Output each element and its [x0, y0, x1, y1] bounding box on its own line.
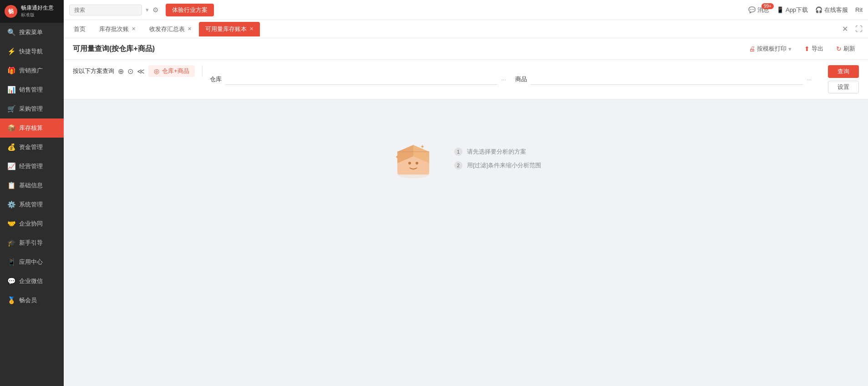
- warehouse-more-btn[interactable]: ···: [501, 76, 506, 83]
- sidebar-item-label: 经营管理: [19, 162, 43, 170]
- empty-tip-1: 1 请先选择要分析的方案: [454, 148, 541, 156]
- basicinfo-icon: 📋: [7, 181, 15, 190]
- service-label: 在线客服: [824, 6, 848, 14]
- user-profile[interactable]: Rit: [855, 6, 863, 13]
- tab-receipt-summary-label: 收发存汇总表: [149, 25, 185, 33]
- sidebar-item-label: 应用中心: [19, 258, 43, 266]
- sidebar-item-appcenter[interactable]: 📱 应用中心: [0, 252, 64, 272]
- export-icon: ⬆: [804, 45, 810, 52]
- sidebar-item-system[interactable]: ⚙️ 系统管理: [0, 195, 64, 214]
- tabs-controls: ✕ ⛶: [840, 23, 864, 35]
- settings-button[interactable]: 设置: [828, 81, 859, 93]
- search-dropdown-icon[interactable]: ▾: [146, 6, 149, 13]
- online-service-btn[interactable]: 🎧 在线客服: [815, 6, 848, 14]
- sidebar-item-label: 畅会员: [19, 296, 37, 304]
- sidebar-item-marketing[interactable]: 🎁 营销推广: [0, 61, 64, 80]
- system-icon: ⚙️: [7, 201, 15, 209]
- print-icon: 🖨: [749, 45, 755, 52]
- expand-tab-btn[interactable]: ⛶: [853, 23, 864, 35]
- tabs-bar: 首页 库存批次账 ✕ 收发存汇总表 ✕ 可用量库存账本 ✕ ✕ ⛶: [64, 20, 868, 38]
- main-area: ▾ ⚙ 体验行业方案 💬 消息 99+ 📱 App下载 🎧 在线客服 Rit: [64, 0, 868, 386]
- tab-receipt-summary-close[interactable]: ✕: [188, 26, 192, 32]
- refresh-label: 刷新: [843, 45, 855, 53]
- sidebar-item-inventory[interactable]: 📦 库存核算: [0, 118, 64, 138]
- filter-section-label: 按以下方案查询: [73, 67, 114, 75]
- sidebar-item-basicinfo[interactable]: 📋 基础信息: [0, 176, 64, 195]
- warehouse-label: 仓库: [210, 75, 222, 83]
- query-button[interactable]: 查询: [828, 65, 859, 78]
- finance-icon: 💰: [7, 143, 15, 151]
- tab-batch-ledger[interactable]: 库存批次账 ✕: [93, 22, 142, 36]
- export-label: 导出: [812, 45, 823, 53]
- scheme-settings-btn[interactable]: ⊙: [127, 67, 133, 76]
- tab-home[interactable]: 首页: [67, 22, 92, 36]
- sidebar-item-search[interactable]: 🔍 搜索菜单: [0, 23, 64, 42]
- message-icon: 💬: [748, 6, 756, 13]
- goods-label: 商品: [515, 75, 527, 83]
- tip-text-1: 请先选择要分析的方案: [467, 148, 526, 156]
- warehouse-input[interactable]: [225, 74, 497, 85]
- sidebar-item-finance[interactable]: 💰 资金管理: [0, 138, 64, 157]
- refresh-btn[interactable]: ↻ 刷新: [832, 43, 859, 55]
- sidebar-item-operations[interactable]: 📈 经营管理: [0, 157, 64, 176]
- tab-available-ledger[interactable]: 可用量库存账本 ✕: [199, 22, 260, 36]
- tab-receipt-summary[interactable]: 收发存汇总表 ✕: [143, 22, 198, 36]
- page-header: 可用量查询(按仓库+商品) 🖨 按模板打印 ▾ ⬆ 导出 ↻ 刷新: [64, 38, 868, 60]
- scheme-collapse-btn[interactable]: ≪: [137, 67, 145, 76]
- sidebar-item-quicknav[interactable]: ⚡ 快捷导航: [0, 42, 64, 61]
- search-icon: 🔍: [7, 28, 15, 36]
- sidebar-item-label: 资金管理: [19, 143, 43, 151]
- sidebar-item-label: 营销推广: [19, 67, 43, 75]
- sidebar-item-label: 系统管理: [19, 201, 43, 209]
- corpwechat-icon: 💬: [7, 277, 15, 285]
- export-btn[interactable]: ⬆ 导出: [801, 43, 827, 55]
- add-scheme-btn[interactable]: ⊕: [118, 67, 124, 76]
- scheme-label: 仓库+商品: [162, 67, 189, 75]
- tip-text-2: 用[过滤]条件来缩小分析范围: [467, 161, 541, 170]
- svg-text:✦: ✦: [395, 154, 399, 160]
- empty-state-inner: ✦ ✦ ✦ 1 请先选择要分析的方案 2 用[过滤]条件来缩小分析范围: [391, 136, 541, 181]
- user-label: Rit: [855, 6, 863, 13]
- svg-point-5: [408, 162, 411, 165]
- sidebar-item-label: 销售管理: [19, 86, 43, 94]
- tab-batch-ledger-close[interactable]: ✕: [132, 26, 136, 32]
- filter-action-buttons: 查询 设置: [828, 65, 859, 93]
- tab-available-ledger-close[interactable]: ✕: [249, 26, 254, 32]
- close-tab-btn[interactable]: ✕: [840, 23, 850, 35]
- sidebar-item-purchase[interactable]: 🛒 采购管理: [0, 99, 64, 118]
- sidebar-item-enterprise[interactable]: 🤝 企业协同: [0, 214, 64, 233]
- marketing-icon: 🎁: [7, 67, 15, 75]
- page-title: 可用量查询(按仓库+商品): [73, 44, 155, 54]
- tab-available-ledger-label: 可用量库存账本: [205, 25, 247, 33]
- app-download-icon: 📱: [777, 6, 784, 13]
- sidebar-header: 畅 畅康通好生意 标准版: [0, 0, 64, 23]
- app-download-btn[interactable]: 📱 App下载: [777, 6, 808, 14]
- goods-input[interactable]: [531, 74, 803, 85]
- sidebar-item-label: 快捷导航: [19, 47, 43, 56]
- topbar: ▾ ⚙ 体验行业方案 💬 消息 99+ 📱 App下载 🎧 在线客服 Rit: [64, 0, 868, 20]
- sidebar-item-sales[interactable]: 📊 销售管理: [0, 80, 64, 99]
- sidebar-item-newguide[interactable]: 🎓 新手引导: [0, 233, 64, 252]
- print-btn[interactable]: 🖨 按模板打印 ▾: [745, 43, 795, 55]
- sidebar-item-label: 新手引导: [19, 239, 43, 247]
- filter-warehouse-field: 仓库 ···: [210, 74, 506, 85]
- sidebar-item-corpwechat[interactable]: 💬 企业微信: [0, 272, 64, 291]
- tip-num-2: 2: [454, 161, 462, 170]
- print-dropdown-icon[interactable]: ▾: [788, 46, 792, 52]
- message-btn[interactable]: 💬 消息 99+: [748, 6, 769, 14]
- search-input[interactable]: [69, 5, 142, 15]
- app-title: 畅康通好生意: [21, 5, 54, 12]
- sidebar-item-label: 企业协同: [19, 220, 43, 228]
- page-actions: 🖨 按模板打印 ▾ ⬆ 导出 ↻ 刷新: [745, 43, 859, 55]
- scheme-warehouse-goods[interactable]: ◎ 仓库+商品: [148, 65, 195, 77]
- sidebar-item-label: 库存核算: [19, 124, 43, 132]
- goods-more-btn[interactable]: ···: [807, 76, 812, 83]
- tab-home-label: 首页: [74, 25, 86, 33]
- sidebar-item-membership[interactable]: 🏅 畅会员: [0, 291, 64, 310]
- newguide-icon: 🎓: [7, 239, 15, 247]
- empty-box-illustration: ✦ ✦ ✦: [391, 136, 436, 181]
- inventory-icon: 📦: [7, 124, 15, 132]
- settings-icon[interactable]: ⚙: [152, 6, 158, 14]
- industry-btn[interactable]: 体验行业方案: [166, 4, 214, 16]
- sidebar-item-label: 搜索菜单: [19, 28, 43, 36]
